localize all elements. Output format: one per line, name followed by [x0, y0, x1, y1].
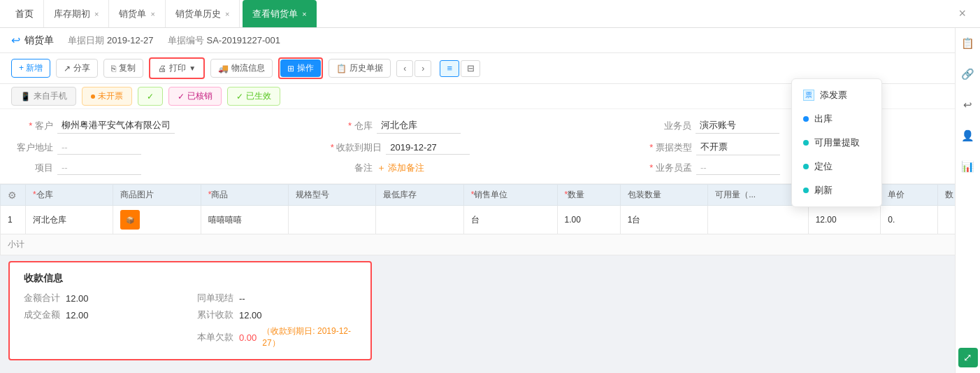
effect-check-icon: ✓	[236, 92, 243, 101]
warehouse-value[interactable]: 河北仓库	[377, 118, 461, 134]
project-value[interactable]: --	[57, 161, 141, 175]
dropdown-arrow-icon: ▼	[189, 64, 196, 72]
tab-inventory[interactable]: 库存期初 ×	[44, 0, 109, 27]
doc-date: 单据日期 2019-12-27	[68, 34, 154, 47]
col-img: 商品图片	[113, 185, 201, 206]
outbound-item[interactable]: 出库	[792, 107, 881, 131]
payment-grid: 金额合计 12.00 同单现结 -- 成交金额 12.00 累计收款 12.00…	[24, 292, 356, 349]
history-button[interactable]: 📋 历史单据	[329, 59, 391, 78]
tab-history[interactable]: 销货单历史 ×	[166, 0, 240, 27]
employee-value[interactable]: 演示账号	[696, 118, 779, 134]
total-row: 金额合计 12.00	[24, 292, 183, 304]
employee2-value[interactable]: --	[696, 161, 780, 175]
tab-view-sales[interactable]: 查看销货单 ×	[243, 0, 316, 27]
invoice-icon: 票	[803, 90, 814, 101]
col-unit: *销售单位	[463, 185, 557, 206]
sidebar-refresh-icon[interactable]: ↩	[958, 95, 978, 115]
total-value: 12.00	[66, 293, 89, 304]
sidebar-user-icon[interactable]: 👤	[958, 126, 978, 146]
grid-icon: ⊞	[287, 64, 294, 73]
tab-sales[interactable]: 销货单 ×	[109, 0, 165, 27]
table-row: 1 河北仓库 📦 嘻嘻嘻嘻 台 1.00 1台 12.00 0.	[1, 206, 980, 234]
deal-value: 12.00	[66, 310, 89, 321]
outbound-label: 出库	[814, 113, 833, 125]
ticket-label: 票据类型	[649, 141, 692, 154]
customer-value[interactable]: 柳州粤港平安气体有限公司	[57, 118, 175, 134]
employee-label: 业务员	[649, 120, 691, 132]
available-qty-item[interactable]: 可用量提取	[792, 131, 881, 155]
copy-icon: ⎘	[111, 64, 116, 73]
row-qty: 1.00	[557, 206, 620, 234]
same-order-label: 同单现结	[197, 292, 233, 304]
add-invoice-item[interactable]: 票 添发票	[792, 83, 881, 107]
doc-header: ↩ 销货单 单据日期 2019-12-27 单据编号 SA-20191227-0…	[0, 28, 980, 53]
note-label: 备注	[331, 162, 373, 174]
due-date-field: 收款到期日 2019-12-27	[331, 141, 650, 155]
sidebar-doc-icon[interactable]: 📋	[958, 34, 978, 53]
print-icon: 🖨	[158, 64, 166, 73]
row-img: 📦	[113, 206, 201, 234]
available-qty-dot	[803, 140, 809, 146]
effect-status[interactable]: ✓ 已生效	[227, 87, 280, 106]
mobile-status[interactable]: 📱 来自手机	[11, 87, 76, 106]
logistics-button[interactable]: 🚚 物流信息	[210, 59, 273, 78]
tab-close-history[interactable]: ×	[225, 10, 229, 18]
deal-label: 成交金额	[24, 309, 60, 321]
row-spec	[289, 206, 376, 234]
project-field: 项目 --	[11, 161, 331, 175]
sold-status[interactable]: ✓ 已核销	[168, 87, 222, 106]
ticket-status[interactable]: 未开票	[82, 87, 132, 106]
share-button[interactable]: ↗ 分享	[56, 59, 98, 78]
tab-close-sales[interactable]: ×	[150, 10, 154, 18]
copy-button[interactable]: ⎘ 复制	[103, 59, 143, 78]
list-view-button[interactable]: ≡	[440, 60, 459, 77]
doc-title-text: 销货单	[24, 34, 54, 47]
ops-dropdown: 票 添发票 出库 可用量提取 定位 刷新	[791, 78, 882, 207]
prev-button[interactable]: ‹	[396, 60, 413, 77]
nav-arrows: ‹ ›	[396, 60, 431, 77]
row-product: 嘻嘻嘻嘻	[201, 206, 288, 234]
due-date-label: 收款到期日	[331, 141, 382, 154]
check-icon-btn[interactable]: ✓	[138, 87, 163, 106]
warehouse-field: 仓库 河北仓库	[331, 118, 650, 134]
customer-label: 客户	[11, 120, 53, 132]
row-price: 0.	[881, 206, 938, 234]
refresh-dot	[803, 188, 809, 193]
locate-label: 定位	[814, 160, 833, 173]
next-button[interactable]: ›	[415, 60, 431, 77]
payment-section: 收款信息 金额合计 12.00 同单现结 -- 成交金额 12.00 累计收款 …	[8, 261, 372, 360]
address-value[interactable]: --	[57, 141, 141, 155]
refresh-item[interactable]: 刷新	[792, 178, 881, 202]
outbound-dot	[803, 116, 809, 122]
due-date-value[interactable]: 2019-12-27	[386, 141, 470, 155]
tab-close-inventory[interactable]: ×	[94, 10, 99, 18]
settings-icon[interactable]: ⚙	[8, 190, 17, 201]
share-icon: ↗	[64, 64, 71, 73]
plus-icon: ＋	[377, 162, 386, 174]
row-no: 1	[1, 206, 26, 234]
ops-button[interactable]: ⊞ 操作	[280, 59, 321, 77]
sidebar-link-icon[interactable]: 🔗	[958, 64, 978, 84]
locate-item[interactable]: 定位	[792, 155, 881, 178]
tab-close-view[interactable]: ×	[302, 10, 306, 18]
tab-home[interactable]: 首页	[6, 0, 44, 27]
warehouse-label: 仓库	[331, 120, 373, 132]
sidebar-chart-icon[interactable]: 📊	[958, 157, 978, 176]
col-price: 单价	[881, 185, 938, 206]
add-note-button[interactable]: ＋ 添加备注	[377, 162, 424, 174]
ticket-dot	[91, 94, 95, 99]
window-close-button[interactable]: ×	[950, 6, 974, 21]
add-button[interactable]: + 新增	[11, 59, 50, 78]
sidebar-expand-icon[interactable]: ⤢	[958, 348, 978, 367]
due-row: 本单欠款 0.00 （收款到期日: 2019-12-27）	[197, 325, 356, 349]
available-qty-label: 可用量提取	[814, 136, 860, 149]
project-label: 项目	[11, 162, 53, 174]
ticket-value[interactable]: 不开票	[696, 139, 780, 155]
row-warehouse: 河北仓库	[26, 206, 113, 234]
print-button[interactable]: 🖨 打印 ▼	[151, 59, 203, 77]
grid-view-button[interactable]: ⊟	[461, 60, 480, 77]
cumulative-value: 12.00	[239, 310, 262, 321]
row-stock: 12.00	[808, 206, 881, 234]
due-label: 本单欠款	[197, 331, 233, 344]
due-value: 0.00	[239, 332, 257, 343]
